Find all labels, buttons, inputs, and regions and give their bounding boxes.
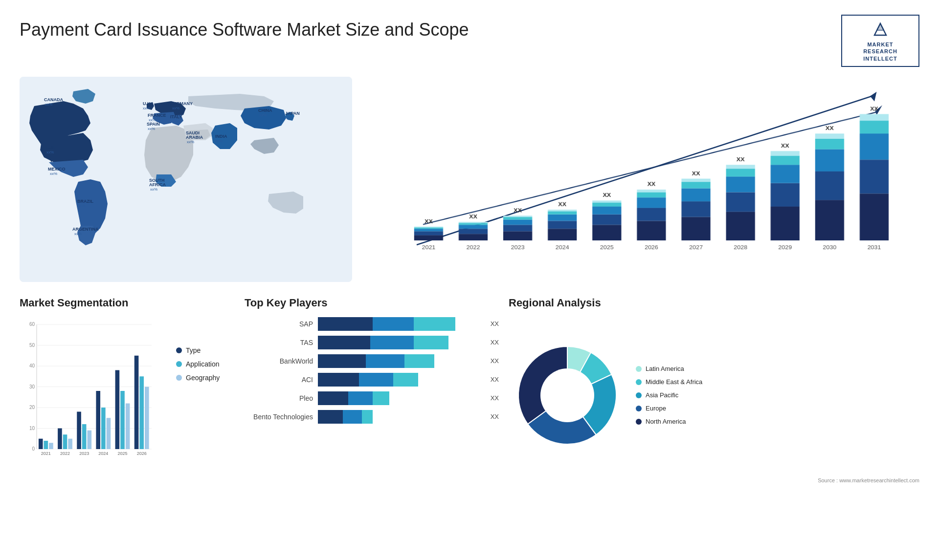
svg-text:xx%: xx% — [215, 139, 223, 143]
player-bar — [318, 354, 434, 368]
svg-text:xx%: xx% — [172, 106, 179, 110]
key-players-section: Top Key Players SAP XX TAS XX — [245, 297, 499, 502]
legend-item: Geography — [176, 374, 235, 382]
player-bar-container — [318, 410, 483, 424]
logo-text: MARKET RESEARCH INTELLECT — [863, 41, 897, 62]
player-bar — [318, 317, 455, 331]
legend-dot — [176, 375, 182, 381]
player-bar — [318, 373, 418, 387]
svg-text:xx%: xx% — [150, 187, 157, 192]
bottom-row: Market Segmentation TypeApplicationGeogr… — [20, 297, 919, 502]
svg-text:xx%: xx% — [74, 232, 82, 236]
regional-legend-item: Middle East & Africa — [636, 378, 702, 386]
player-value: XX — [491, 339, 499, 346]
bar-seg3 — [414, 336, 448, 349]
player-row: BankWorld XX — [245, 354, 499, 368]
bar-seg3 — [373, 391, 389, 405]
reg-legend-label: Middle East & Africa — [646, 378, 702, 386]
svg-text:AFRICA: AFRICA — [149, 182, 166, 187]
player-row: Bento Technologies XX — [245, 410, 499, 424]
bar-seg2 — [343, 410, 362, 424]
legend-label: Application — [186, 360, 220, 368]
legend-dot — [176, 347, 182, 353]
key-players-title: Top Key Players — [245, 297, 499, 309]
bar-seg2 — [370, 336, 414, 349]
logo: MARKET RESEARCH INTELLECT — [841, 15, 919, 67]
player-value: XX — [491, 394, 499, 402]
player-row: TAS XX — [245, 336, 499, 349]
svg-text:xx%: xx% — [259, 113, 267, 117]
reg-legend-label: North America — [646, 418, 686, 425]
player-name: BankWorld — [245, 357, 313, 365]
bar-seg3 — [404, 354, 435, 368]
bar-seg1 — [318, 391, 348, 405]
reg-legend-label: Asia Pacific — [646, 391, 678, 399]
reg-legend-dot — [636, 366, 642, 372]
player-bar-container — [318, 373, 483, 387]
top-row: CANADA xx% U.S. xx% MEXICO xx% BRAZIL xx… — [20, 77, 919, 282]
player-bar-container — [318, 317, 483, 331]
segmentation-legend: TypeApplicationGeography — [176, 317, 235, 382]
bar-seg2 — [348, 391, 373, 405]
svg-text:xx%: xx% — [45, 102, 52, 107]
map-section: CANADA xx% U.S. xx% MEXICO xx% BRAZIL xx… — [20, 77, 352, 282]
player-bar-container — [318, 391, 483, 405]
player-row: SAP XX — [245, 317, 499, 331]
donut-chart-container — [509, 337, 626, 454]
player-row: ACI XX — [245, 373, 499, 387]
reg-legend-dot — [636, 379, 642, 385]
segmentation-svg-container — [20, 317, 166, 466]
svg-text:SPAIN: SPAIN — [147, 122, 160, 127]
bar-seg3 — [362, 410, 373, 424]
svg-text:BRAZIL: BRAZIL — [77, 199, 93, 204]
regional-legend-item: North America — [636, 418, 702, 425]
svg-text:CANADA: CANADA — [44, 97, 63, 102]
svg-text:xx%: xx% — [148, 127, 155, 131]
regional-legend-item: Asia Pacific — [636, 391, 702, 399]
svg-text:xx%: xx% — [143, 106, 150, 110]
reg-legend-label: Europe — [646, 405, 666, 412]
regional-content: Latin AmericaMiddle East & AfricaAsia Pa… — [509, 317, 919, 474]
player-name: TAS — [245, 339, 313, 346]
world-map: CANADA xx% U.S. xx% MEXICO xx% BRAZIL xx… — [20, 77, 352, 282]
players-list: SAP XX TAS XX BankWorld — [245, 317, 499, 424]
reg-legend-dot — [636, 406, 642, 411]
page-header: Payment Card Issuance Software Market Si… — [20, 15, 919, 67]
page-title: Payment Card Issuance Software Market Si… — [20, 20, 469, 40]
svg-text:MEXICO: MEXICO — [48, 167, 66, 172]
legend-item: Application — [176, 360, 235, 368]
player-name: Bento Technologies — [245, 413, 313, 421]
svg-text:U.S.: U.S. — [46, 145, 55, 150]
segmentation-title: Market Segmentation — [20, 297, 235, 309]
player-bar-container — [318, 336, 483, 349]
svg-text:ITALY: ITALY — [170, 114, 182, 119]
reg-legend-dot — [636, 392, 642, 398]
player-row: Pleo XX — [245, 391, 499, 405]
svg-text:ARGENTINA: ARGENTINA — [72, 227, 99, 232]
svg-text:CHINA: CHINA — [258, 108, 272, 113]
bar-seg3 — [393, 373, 418, 387]
regional-legend-item: Europe — [636, 405, 702, 412]
bar-seg1 — [318, 373, 359, 387]
regional-legend-item: Latin America — [636, 365, 702, 372]
svg-text:xx%: xx% — [171, 119, 179, 124]
legend-label: Geography — [186, 374, 220, 382]
segmentation-chart-container: TypeApplicationGeography — [20, 317, 235, 474]
player-bar — [318, 336, 448, 349]
donut-canvas — [509, 337, 626, 454]
player-bar — [318, 391, 389, 405]
player-value: XX — [491, 376, 499, 383]
segmentation-section: Market Segmentation TypeApplicationGeogr… — [20, 297, 235, 502]
player-value: XX — [491, 413, 499, 420]
source-text: Source : www.marketresearchintellect.com — [509, 477, 919, 483]
growth-canvas — [386, 86, 905, 262]
svg-text:INDIA: INDIA — [215, 134, 227, 139]
player-value: XX — [491, 320, 499, 327]
svg-text:xx%: xx% — [187, 140, 194, 144]
svg-text:xx%: xx% — [50, 172, 57, 176]
regional-legend: Latin AmericaMiddle East & AfricaAsia Pa… — [636, 365, 702, 425]
svg-text:xx%: xx% — [286, 116, 293, 120]
legend-label: Type — [186, 346, 201, 354]
regional-title: Regional Analysis — [509, 297, 919, 309]
bar-seg2 — [373, 317, 414, 331]
